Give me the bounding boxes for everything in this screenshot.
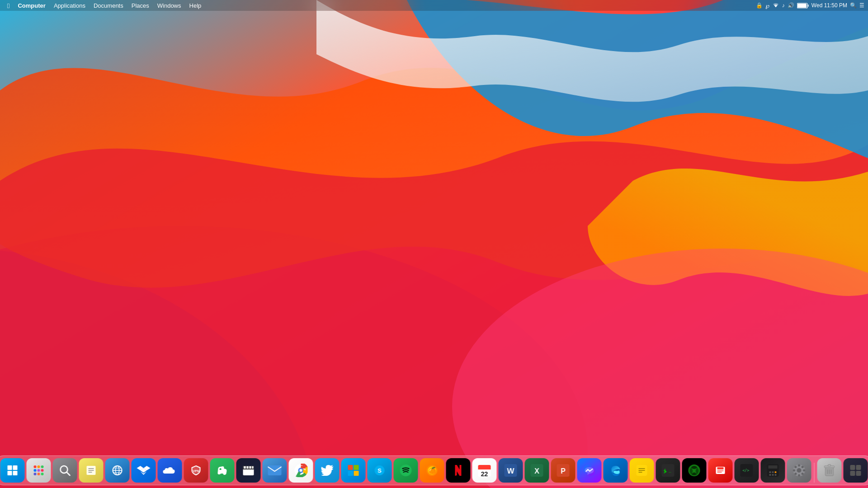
svg-text:W: W [507,467,514,475]
dock-icon-terminal[interactable]: $ _ [656,458,680,483]
dock-separator [814,463,815,483]
svg-rect-110 [850,471,855,476]
svg-point-97 [803,469,805,472]
svg-point-88 [775,471,777,473]
dock-icon-applauncher[interactable] [844,458,868,483]
lock-icon: 🔒 [756,2,763,9]
svg-point-87 [772,471,774,473]
svg-point-99 [802,473,804,475]
svg-rect-81 [717,467,724,469]
dock-icon-messenger[interactable] [577,458,602,483]
svg-text:S: S [377,467,382,474]
dock-icon-coderunner[interactable]: </> [735,458,759,483]
svg-rect-109 [856,465,861,470]
dock-icon-word[interactable]: W [499,458,523,483]
apple-menu[interactable]:  [4,2,13,9]
documents-menu[interactable]: Documents [90,1,127,10]
dock-icon-vpn[interactable]: VPN [184,458,208,483]
dock-icon-spotlight[interactable] [53,458,77,483]
bluetooth-icon[interactable]: ℘ [765,2,769,9]
dock-icon-notes2[interactable] [79,458,104,483]
svg-rect-6 [797,4,807,8]
svg-point-98 [794,466,797,468]
svg-point-47 [300,469,302,472]
wifi-icon[interactable] [772,3,779,8]
dock-icon-edge[interactable] [604,458,628,483]
svg-rect-43 [268,465,282,475]
svg-point-96 [793,469,795,472]
svg-point-17 [34,473,37,475]
svg-rect-42 [243,469,254,469]
dock-icon-msstore[interactable] [341,458,366,483]
svg-rect-50 [348,471,353,476]
svg-text:VPN: VPN [193,469,199,473]
dock-icon-claquette[interactable] [236,458,261,483]
dock-icon-evernote[interactable] [210,458,235,483]
svg-rect-104 [828,465,831,466]
svg-text:22: 22 [481,470,488,477]
windows-menu[interactable]: Windows [154,1,185,10]
svg-point-13 [41,465,44,468]
dock-icon-icab[interactable] [105,458,130,483]
dock-icon-netflix[interactable] [446,458,471,483]
dock-icon-canister[interactable] [817,458,842,483]
svg-rect-51 [354,471,359,476]
dock-icon-twitter[interactable] [315,458,340,483]
menubar:  Computer Applications Documents Places… [0,0,868,11]
svg-point-90 [772,474,774,476]
svg-rect-8 [13,465,18,470]
dock-icon-mail[interactable] [263,458,287,483]
battery-indicator [797,3,809,9]
menubar-left:  Computer Applications Documents Places… [4,1,205,10]
svg-point-15 [38,469,40,472]
dock-icon-system-preferences[interactable] [787,458,811,483]
svg-point-91 [775,474,777,476]
svg-rect-7 [8,465,12,470]
dock-icon-onedrive[interactable] [158,458,182,483]
dock-icon-notes[interactable] [630,458,654,483]
svg-text:</>: </> [743,469,750,473]
svg-text:$ _: $ _ [664,468,672,473]
dock-icon-excel[interactable]: X [525,458,549,483]
control-center-icon[interactable]: ☰ [859,2,864,9]
svg-point-100 [802,466,804,468]
svg-rect-9 [8,471,12,475]
applications-menu[interactable]: Applications [50,1,89,10]
svg-point-11 [34,465,37,468]
svg-rect-49 [354,465,359,470]
svg-rect-48 [348,465,353,470]
dock-icon-skype[interactable]: S [368,458,392,483]
music-icon[interactable]: ♪ [782,2,785,9]
search-menubar-icon[interactable]: 🔍 [850,2,857,9]
dock-icon-xbox[interactable] [682,458,707,483]
svg-rect-36 [243,469,254,475]
svg-point-18 [38,473,40,475]
dock-icon-fruit[interactable]: 🍊 [420,458,444,483]
svg-text:X: X [534,467,539,475]
menubar-right: 🔒 ℘ ♪ 🔊 Wed 11:50 PM 🔍 ☰ [756,2,864,9]
places-menu[interactable]: Places [128,1,153,10]
svg-point-86 [769,471,771,473]
dock-icon-dropbox[interactable] [132,458,156,483]
app-name-menu[interactable]: Computer [14,1,49,10]
svg-point-14 [34,469,37,472]
dock-icon-news[interactable] [708,458,733,483]
svg-rect-61 [478,468,491,469]
svg-point-101 [794,473,797,475]
dock-icon-chrome[interactable] [289,458,313,483]
svg-rect-10 [13,471,18,475]
dock-icon-calculator[interactable] [761,458,785,483]
dock-icon-spotify[interactable] [394,458,418,483]
svg-text:🍊: 🍊 [428,467,436,474]
svg-point-94 [798,465,800,467]
svg-text:P: P [561,467,566,475]
svg-rect-108 [850,465,855,470]
dock-icon-windows-start[interactable] [0,458,25,483]
dock-icon-launchpad[interactable] [27,458,51,483]
dock-icon-powerpoint[interactable]: P [551,458,576,483]
help-menu[interactable]: Help [186,1,205,10]
dock-icon-calendar[interactable]: 22 [472,458,497,483]
svg-point-19 [41,473,44,475]
volume-icon[interactable]: 🔊 [788,2,794,9]
wallpaper [0,0,868,488]
